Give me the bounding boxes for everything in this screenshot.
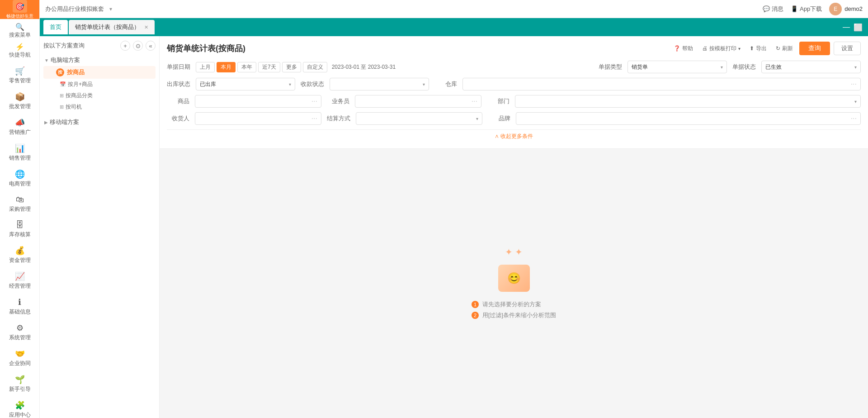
collapse-panel-btn[interactable]: « — [146, 41, 156, 51]
app-logo[interactable]: 🎯 畅捷信好生意 — [0, 0, 40, 19]
settings-scheme-btn[interactable]: ⊙ — [133, 41, 143, 51]
doc-type-input[interactable]: 销货单 ▾ — [627, 61, 727, 73]
export-label: 导出 — [756, 45, 767, 52]
sidebar-item-inventory[interactable]: 🗄 库存核算 — [0, 217, 39, 242]
sidebar-item-newbie[interactable]: 🌱 新手引导 — [0, 371, 39, 397]
topbar-app-download[interactable]: 📱 App下载 — [791, 5, 822, 13]
refresh-btn[interactable]: ↻ 刷新 — [773, 44, 796, 53]
date-label: 单据日期 — [167, 63, 190, 71]
query-btn[interactable]: 查询 — [799, 42, 830, 55]
sidebar-enterprise-label: 企业协同 — [9, 360, 31, 367]
sidebar-system-label: 系统管理 — [9, 334, 31, 342]
help-btn[interactable]: ❓ 帮助 — [671, 44, 696, 53]
date-range: 2023-03-01 至 2023-03-31 — [332, 63, 396, 71]
tree-sub-register[interactable]: ⊞ 按司机 — [49, 101, 156, 113]
logo-icon: 🎯 — [13, 0, 27, 13]
settings-btn[interactable]: 设置 — [834, 42, 861, 55]
date-this-year[interactable]: 本年 — [237, 62, 256, 72]
finance-icon: 💰 — [15, 246, 25, 256]
export-icon: ⬆ — [750, 45, 754, 52]
newbie-icon: 🌱 — [15, 375, 25, 385]
topbar-user[interactable]: E demo2 — [829, 3, 863, 15]
product-control: ··· — [195, 95, 321, 108]
app-name: 畅捷信好生意 — [6, 14, 33, 19]
payment-input[interactable]: ▾ — [356, 112, 482, 125]
out-status-input[interactable]: 已出库 ▾ — [196, 78, 295, 90]
tree-item-by-product[interactable]: 按 按商品 — [43, 66, 156, 79]
sparkles-icon: ✦ ✦ — [487, 247, 541, 257]
sidebar-item-marketing[interactable]: 📣 营销推广 — [0, 114, 39, 140]
sidebar-item-retail[interactable]: 🛒 零售管理 — [0, 62, 39, 88]
date-custom[interactable]: 自定义 — [303, 62, 327, 72]
receiver-input[interactable]: ··· — [195, 112, 321, 125]
topbar-arrow-icon: ▾ — [109, 6, 112, 12]
topbar-title[interactable]: 办公用品行业模拟账套 — [45, 5, 104, 13]
product-label: 商品 — [167, 97, 189, 105]
sidebar-purchase-label: 采购管理 — [9, 205, 31, 213]
tip-text-1: 请先选择要分析的方案 — [482, 301, 541, 308]
sidebar-item-basic[interactable]: ℹ 基础信息 — [0, 294, 39, 319]
page-title: 销货单统计表(按商品) — [167, 43, 245, 54]
operation-icon: 📈 — [15, 271, 25, 281]
sidebar-item-system[interactable]: ⚙ 系统管理 — [0, 319, 39, 345]
doc-status-input[interactable]: 已生效 ▾ — [761, 61, 861, 73]
warehouse-input[interactable]: ··· — [462, 78, 861, 90]
appcenter-icon: 🧩 — [15, 400, 25, 410]
tab-maximize-btn[interactable]: ⬜ — [854, 23, 863, 32]
filter-row-1: 单据日期 上月 本月 本年 近7天 更多 自定义 2023-03-01 至 20… — [167, 61, 861, 73]
sidebar-item-enterprise[interactable]: 🤝 企业协同 — [0, 345, 39, 371]
user-avatar: E — [829, 3, 842, 15]
sidebar-item-finance[interactable]: 💰 资金管理 — [0, 242, 39, 268]
sidebar-item-sales[interactable]: 📊 销售管理 — [0, 140, 39, 166]
collect-status-input[interactable]: ▾ — [330, 78, 429, 90]
product-input[interactable]: ··· — [195, 95, 321, 108]
collapse-bar[interactable]: ∧ 收起更多条件 — [167, 129, 861, 143]
date-last-month[interactable]: 上月 — [196, 62, 215, 72]
sidebar-item-appcenter[interactable]: 🧩 应用中心 — [0, 397, 39, 418]
tree-desktop-group[interactable]: ▼ 电脑端方案 — [43, 54, 156, 66]
tab-sales-stats[interactable]: 销货单统计表（按商品） ✕ — [69, 20, 155, 34]
month-product-icon: 📅 — [60, 81, 66, 87]
data-area: ✦ ✦ 1 请先选择要分析的方案 2 用[过滤]条件来缩小分析范围 — [160, 149, 868, 418]
tab-close-icon[interactable]: ✕ — [144, 24, 148, 30]
topbar-message[interactable]: 💬 消息 — [763, 5, 783, 13]
tree-sub-month-product[interactable]: 📅 按月+商品 — [49, 79, 156, 90]
warehouse-dots-icon[interactable]: ··· — [851, 80, 857, 88]
template-print-btn[interactable]: 🖨 按模板打印 ▾ — [699, 44, 743, 53]
brand-input[interactable]: ··· — [516, 112, 861, 125]
date-7days[interactable]: 近7天 — [258, 62, 280, 72]
dept-input[interactable]: ▾ — [515, 95, 861, 108]
date-more[interactable]: 更多 — [282, 62, 301, 72]
salesperson-input[interactable]: ··· — [355, 95, 481, 108]
doc-status-label: 单据状态 — [732, 63, 756, 71]
tab-minimize-btn[interactable]: — — [843, 23, 850, 32]
receiver-label: 收货人 — [167, 114, 189, 123]
product-dots-icon[interactable]: ··· — [311, 97, 317, 105]
tabbar: 首页 销货单统计表（按商品） ✕ — ⬜ — [40, 18, 868, 36]
date-this-month[interactable]: 本月 — [217, 62, 236, 72]
brand-dots-icon[interactable]: ··· — [851, 114, 857, 123]
tab-home[interactable]: 首页 — [43, 20, 68, 34]
sidebar-item-operation[interactable]: 📈 经营管理 — [0, 268, 39, 294]
payment-label: 结算方式 — [327, 114, 350, 123]
add-scheme-btn[interactable]: + — [120, 41, 130, 51]
tree-mobile-group[interactable]: ▶ 移动端方案 — [43, 116, 156, 128]
salesperson-control: ··· — [355, 95, 481, 108]
sidebar-item-purchase[interactable]: 🛍 采购管理 — [0, 191, 39, 217]
sidebar-quick-nav[interactable]: ⚡ 快捷导航 — [0, 41, 39, 61]
tree-sub-category[interactable]: ⊞ 按商品分类 — [49, 90, 156, 101]
salesperson-dots-icon[interactable]: ··· — [472, 97, 477, 105]
sidebar-search[interactable]: 🔍 搜索菜单 — [0, 19, 39, 41]
basic-icon: ℹ — [18, 297, 21, 307]
sidebar-operation-label: 经营管理 — [9, 282, 31, 290]
sidebar-item-wholesale[interactable]: 📦 批发管理 — [0, 88, 39, 114]
warehouse-control: ··· — [462, 78, 861, 90]
sidebar-item-ecommerce[interactable]: 🌐 电商管理 — [0, 166, 39, 191]
page-title-row: 销货单统计表(按商品) ❓ 帮助 🖨 按模板打印 ▾ ⬆ — [167, 42, 861, 55]
message-label: 消息 — [772, 5, 783, 13]
empty-illustration: ✦ ✦ — [487, 247, 541, 292]
register-icon: ⊞ — [60, 104, 64, 110]
add-icon: + — [123, 43, 127, 49]
receiver-dots-icon[interactable]: ··· — [311, 114, 317, 123]
export-btn[interactable]: ⬆ 导出 — [747, 44, 769, 53]
